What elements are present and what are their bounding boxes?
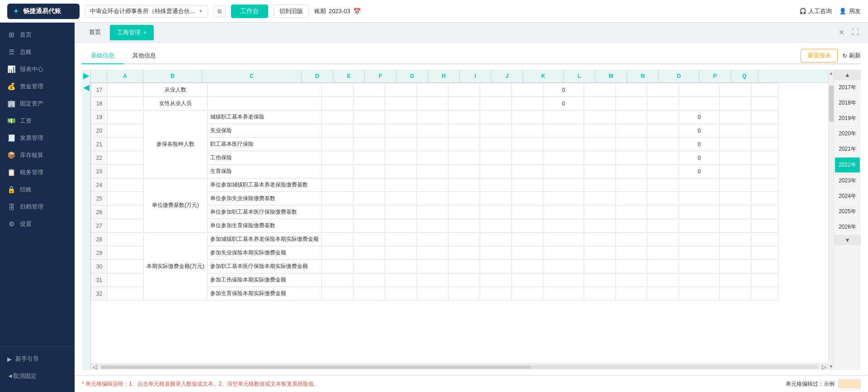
cell-26-C[interactable]: 单位参加职工基本医疗保险缴费基数	[208, 206, 322, 219]
cell-32-H[interactable]	[448, 287, 480, 301]
cell-32-I[interactable]	[480, 287, 512, 301]
cell-21-H[interactable]	[448, 138, 480, 151]
cell-17-D[interactable]	[322, 83, 354, 97]
cell-31-O[interactable]	[679, 273, 720, 287]
cell-24-Q[interactable]	[751, 178, 778, 192]
cell-28-G[interactable]	[417, 233, 448, 246]
sidebar-item-salary[interactable]: 💵 工资	[0, 112, 75, 129]
cell-31-F[interactable]	[385, 273, 417, 287]
new-user-guide-button[interactable]: ▶ 新手引导	[0, 350, 75, 368]
cell-30-E[interactable]	[354, 260, 385, 273]
cell-17-E[interactable]	[354, 83, 385, 97]
h-scroll-track[interactable]	[101, 365, 818, 369]
cell-22-E[interactable]	[354, 151, 385, 165]
year-item-2017[interactable]: 2017年	[834, 80, 861, 96]
cell-23-H[interactable]	[448, 165, 480, 178]
cell-22-K[interactable]	[543, 151, 584, 165]
cell-20-D[interactable]	[322, 124, 354, 138]
cell-24-I[interactable]	[480, 178, 512, 192]
cell-27-P[interactable]	[720, 219, 751, 233]
sidebar-item-settings[interactable]: ⚙ 设置	[0, 215, 75, 233]
cell-19-C[interactable]: 城镇职工基本养老保险	[208, 110, 322, 124]
sidebar-item-tax[interactable]: 📋 税务管理	[0, 164, 75, 181]
cell-21-M[interactable]	[616, 138, 647, 151]
tab-basic-info[interactable]: 基础信息	[82, 48, 123, 64]
cell-26-D[interactable]	[322, 206, 354, 219]
sidebar-item-archive[interactable]: 🗄 归档管理	[0, 198, 75, 215]
cell-19-L[interactable]	[584, 110, 616, 124]
cell-19-G[interactable]	[417, 110, 448, 124]
cell-27-H[interactable]	[448, 219, 480, 233]
cell-21-Q[interactable]	[751, 138, 778, 151]
cell-27-J[interactable]	[512, 219, 543, 233]
cell-19-Q[interactable]	[751, 110, 778, 124]
cell-18-K[interactable]: 0	[543, 97, 584, 110]
cell-17-A[interactable]	[108, 83, 144, 97]
cell-29-O[interactable]	[679, 246, 720, 260]
cell-19-N[interactable]	[647, 110, 679, 124]
cell-25-I[interactable]	[480, 192, 512, 206]
sidebar-item-assets[interactable]: 🏢 固定资产	[0, 95, 75, 112]
cell-26-M[interactable]	[616, 206, 647, 219]
panel-expand-icon[interactable]: ⛶	[850, 26, 861, 38]
cell-28-A[interactable]	[108, 233, 144, 246]
sidebar-item-inventory[interactable]: 📦 库存核算	[0, 147, 75, 164]
cell-19-I[interactable]	[480, 110, 512, 124]
tab-close-icon[interactable]: ×	[143, 29, 146, 36]
cell-30-M[interactable]	[616, 260, 647, 273]
cell-20-J[interactable]	[512, 124, 543, 138]
cell-27-F[interactable]	[385, 219, 417, 233]
cell-31-C[interactable]: 参加工伤保险本期实际缴费金额	[208, 273, 322, 287]
cell-27-E[interactable]	[354, 219, 385, 233]
cell-17-P[interactable]	[720, 83, 751, 97]
cell-26-A[interactable]	[108, 206, 144, 219]
cell-23-M[interactable]	[616, 165, 647, 178]
cell-21-P[interactable]	[720, 138, 751, 151]
cell-26-Q[interactable]	[751, 206, 778, 219]
cell-32-F[interactable]	[385, 287, 417, 301]
cell-18-E[interactable]	[354, 97, 385, 110]
cell-27-I[interactable]	[480, 219, 512, 233]
scroll-down-arrow[interactable]: ▼	[829, 363, 834, 370]
cell-26-O[interactable]	[679, 206, 720, 219]
cell-20-M[interactable]	[616, 124, 647, 138]
cell-19-P[interactable]	[720, 110, 751, 124]
cell-32-G[interactable]	[417, 287, 448, 301]
cell-32-J[interactable]	[512, 287, 543, 301]
cell-20-I[interactable]	[480, 124, 512, 138]
cell-21-F[interactable]	[385, 138, 417, 151]
cell-28-P[interactable]	[720, 233, 751, 246]
panel-close-icon[interactable]: ✕	[837, 26, 846, 38]
cell-32-Q[interactable]	[751, 287, 778, 301]
cell-21-O[interactable]: 0	[679, 138, 720, 151]
cell-25-H[interactable]	[448, 192, 480, 206]
cell-22-A[interactable]	[108, 151, 144, 165]
unpin-button[interactable]: ◄取消固定	[0, 368, 75, 385]
cell-22-G[interactable]	[417, 151, 448, 165]
vertical-scrollbar[interactable]: ▲ ▼	[828, 70, 834, 370]
cell-32-O[interactable]	[679, 287, 720, 301]
cell-27-G[interactable]	[417, 219, 448, 233]
cell-18-B[interactable]: 女性从业人员	[144, 97, 208, 110]
cell-17-M[interactable]	[616, 83, 647, 97]
cell-21-A[interactable]	[108, 138, 144, 151]
cell-23-C[interactable]: 生育保险	[208, 165, 322, 178]
cell-21-E[interactable]	[354, 138, 385, 151]
cell-27-L[interactable]	[584, 219, 616, 233]
cell-30-H[interactable]	[448, 260, 480, 273]
company-selector[interactable]: 中审众环会计师事务所（特殊普通合伙… ▼	[85, 5, 208, 18]
cell-29-C[interactable]: 参加失业保险本期实际缴费金额	[208, 246, 322, 260]
cell-17-C[interactable]	[208, 83, 322, 97]
cell-28-B-merged[interactable]: 本期实际缴费金额(万元)	[144, 233, 208, 301]
cell-17-F[interactable]	[385, 83, 417, 97]
cell-31-A[interactable]	[108, 273, 144, 287]
cell-18-O[interactable]	[679, 97, 720, 110]
cell-18-M[interactable]	[616, 97, 647, 110]
cell-20-O[interactable]: 0	[679, 124, 720, 138]
cell-32-M[interactable]	[616, 287, 647, 301]
cell-28-I[interactable]	[480, 233, 512, 246]
cell-22-H[interactable]	[448, 151, 480, 165]
cell-27-D[interactable]	[322, 219, 354, 233]
scroll-up-arrow[interactable]: ▲	[829, 70, 834, 76]
cell-30-N[interactable]	[647, 260, 679, 273]
